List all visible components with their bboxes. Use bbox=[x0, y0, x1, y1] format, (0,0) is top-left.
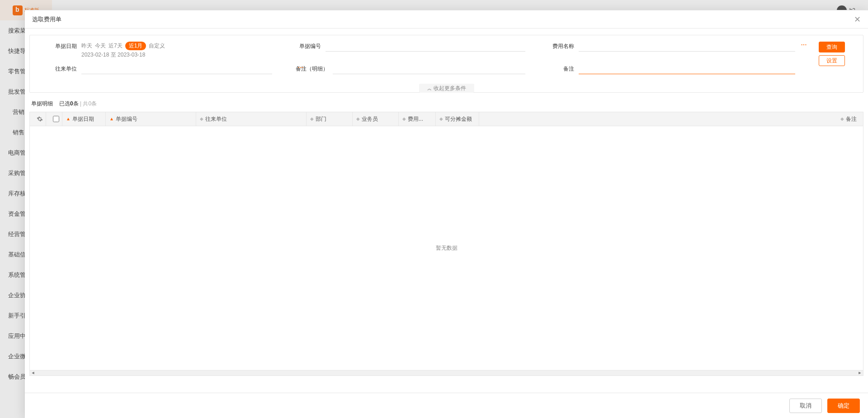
filter-detail-remark: 备注（明细） bbox=[292, 62, 545, 80]
modal-title: 选取费用单 bbox=[32, 15, 61, 24]
sort-icon: ▲ bbox=[109, 117, 114, 121]
modal-body: 单据日期 昨天 今天 近7天 近1月 自定义 2023-02-18 至 2023… bbox=[25, 28, 868, 393]
scroll-left-icon[interactable]: ◄ bbox=[30, 370, 36, 375]
partner-input[interactable] bbox=[81, 62, 272, 74]
doc-no-input[interactable] bbox=[326, 40, 525, 52]
filter-actions: 查询 设置 bbox=[819, 42, 845, 66]
sort-icon: ◆ bbox=[402, 117, 406, 121]
col-label: 单据日期 bbox=[72, 115, 94, 123]
remark-input[interactable] bbox=[579, 62, 795, 74]
horizontal-scrollbar[interactable]: ◄ ► bbox=[29, 370, 863, 376]
col-dept[interactable]: ◆部门 bbox=[307, 112, 353, 126]
col-amount[interactable]: ◆可分摊金额 bbox=[436, 112, 479, 126]
gear-icon bbox=[37, 116, 43, 122]
col-fee[interactable]: ◆费用... bbox=[399, 112, 436, 126]
sort-icon: ▲ bbox=[66, 117, 71, 121]
fee-name-input[interactable] bbox=[579, 40, 795, 52]
ok-button[interactable]: 确定 bbox=[827, 399, 860, 413]
filter-remark: 备注 bbox=[545, 62, 845, 80]
filter-doc-date: 单据日期 昨天 今天 近7天 近1月 自定义 2023-02-18 至 2023… bbox=[48, 40, 292, 59]
section-title: 单据明细 bbox=[31, 100, 53, 108]
lookup-icon[interactable]: ··· bbox=[801, 42, 807, 48]
col-label: 可分摊金额 bbox=[445, 115, 472, 123]
selected-suffix: 条 bbox=[73, 100, 79, 107]
col-doc-date[interactable]: ▲单据日期 bbox=[62, 112, 106, 126]
grid-body: 暂无数据 bbox=[29, 126, 863, 370]
select-all-checkbox[interactable] bbox=[53, 116, 59, 122]
selected-count: 已选0条 | 共0条 bbox=[59, 100, 97, 108]
col-label: 单据编号 bbox=[116, 115, 137, 123]
col-label: 费用... bbox=[408, 115, 423, 123]
filter-label: 单据编号 bbox=[292, 40, 326, 50]
col-label: 备注 bbox=[846, 115, 857, 123]
date-range-text: 2023-02-18 至 2023-03-18 bbox=[81, 51, 292, 59]
col-label: 部门 bbox=[316, 115, 326, 123]
selected-number: 0 bbox=[70, 100, 73, 107]
date-opt-month[interactable]: 近1月 bbox=[125, 42, 146, 50]
total-text: 共0条 bbox=[83, 100, 97, 107]
filter-partner: 往来单位 ··· bbox=[48, 62, 292, 80]
filter-label: 费用名称 bbox=[545, 40, 579, 50]
cancel-button[interactable]: 取消 bbox=[789, 399, 822, 413]
col-label: 往来单位 bbox=[205, 115, 227, 123]
date-opt-yesterday[interactable]: 昨天 bbox=[81, 42, 92, 50]
col-label: 业务员 bbox=[362, 115, 378, 123]
col-operator[interactable]: ◆业务员 bbox=[353, 112, 399, 126]
filter-label: 备注 bbox=[545, 62, 579, 73]
sort-icon: ◆ bbox=[356, 117, 360, 121]
grid-header: ▲单据日期 ▲单据编号 ◆往来单位 ◆部门 ◆业务员 ◆费用... ◆可分摊金额… bbox=[29, 112, 863, 126]
close-icon[interactable]: ✕ bbox=[854, 15, 861, 24]
sort-icon: ◆ bbox=[310, 117, 314, 121]
sort-icon: ◆ bbox=[439, 117, 443, 121]
scroll-right-icon[interactable]: ► bbox=[857, 370, 863, 375]
section-bar: 单据明细 已选0条 | 共0条 bbox=[29, 95, 863, 112]
date-quick-options: 昨天 今天 近7天 近1月 自定义 bbox=[81, 40, 292, 50]
filter-fee-name: 费用名称 ··· bbox=[545, 40, 845, 59]
sort-icon: ◆ bbox=[840, 117, 844, 121]
modal-header: 选取费用单 ✕ bbox=[25, 10, 868, 28]
filter-settings-button[interactable]: 设置 bbox=[819, 55, 845, 66]
total-count: | 共0条 bbox=[80, 100, 97, 107]
empty-text: 暂无数据 bbox=[436, 244, 458, 252]
sort-icon: ◆ bbox=[200, 117, 203, 121]
col-partner[interactable]: ◆往来单位 bbox=[196, 112, 307, 126]
select-fee-modal: 选取费用单 ✕ 单据日期 昨天 今天 近7天 近1月 自定义 2023-0 bbox=[25, 10, 868, 418]
detail-remark-input[interactable] bbox=[333, 62, 525, 74]
filter-label: 单据日期 bbox=[48, 40, 81, 50]
select-all-cell bbox=[46, 112, 62, 126]
filter-doc-no: 单据编号 bbox=[292, 40, 545, 59]
selected-prefix: 已选 bbox=[59, 100, 70, 107]
filter-panel: 单据日期 昨天 今天 近7天 近1月 自定义 2023-02-18 至 2023… bbox=[29, 35, 863, 93]
filter-label: 往来单位 bbox=[48, 62, 81, 73]
date-opt-week[interactable]: 近7天 bbox=[108, 42, 123, 50]
col-doc-no[interactable]: ▲单据编号 bbox=[106, 112, 196, 126]
modal-footer: 取消 确定 bbox=[25, 393, 868, 418]
search-button[interactable]: 查询 bbox=[819, 42, 845, 52]
col-remark[interactable]: ◆备注 bbox=[479, 112, 863, 126]
date-opt-today[interactable]: 今天 bbox=[95, 42, 106, 50]
collapse-filters-button[interactable]: 收起更多条件 bbox=[419, 84, 474, 93]
date-opt-custom[interactable]: 自定义 bbox=[149, 42, 165, 50]
lookup-icon[interactable]: ··· bbox=[298, 64, 304, 71]
column-settings-button[interactable] bbox=[30, 112, 46, 126]
